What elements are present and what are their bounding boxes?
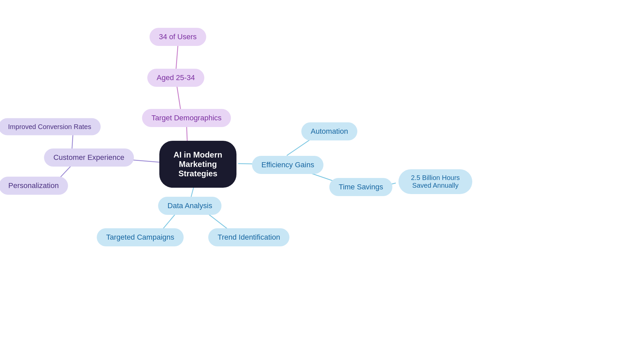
node-targeted-campaigns: Targeted Campaigns [97,228,183,246]
node-efficiency-gains: Efficiency Gains [252,156,323,174]
node-time-savings: Time Savings [329,178,392,196]
node-2-5-billion-hours: 2.5 Billion Hours Saved Annually [398,169,472,194]
svg-line-2 [176,43,178,72]
node-automation: Automation [301,122,357,140]
node-34-of-users: 34 of Users [150,28,206,46]
node-data-analysis: Data Analysis [158,197,221,215]
node-customer-experience: Customer Experience [44,148,134,167]
node-target-demographics: Target Demographics [142,109,231,127]
node-personalization: Personalization [0,177,68,195]
svg-line-1 [176,83,181,113]
mind-map: AI in Modern Marketing Strategies Target… [0,0,644,363]
node-trend-identification: Trend Identification [208,228,289,246]
node-aged-25-34: Aged 25-34 [147,69,204,87]
center-node: AI in Modern Marketing Strategies [159,141,236,188]
connections-svg [0,0,644,363]
node-improved-conversion-rates: Improved Conversion Rates [0,118,101,135]
